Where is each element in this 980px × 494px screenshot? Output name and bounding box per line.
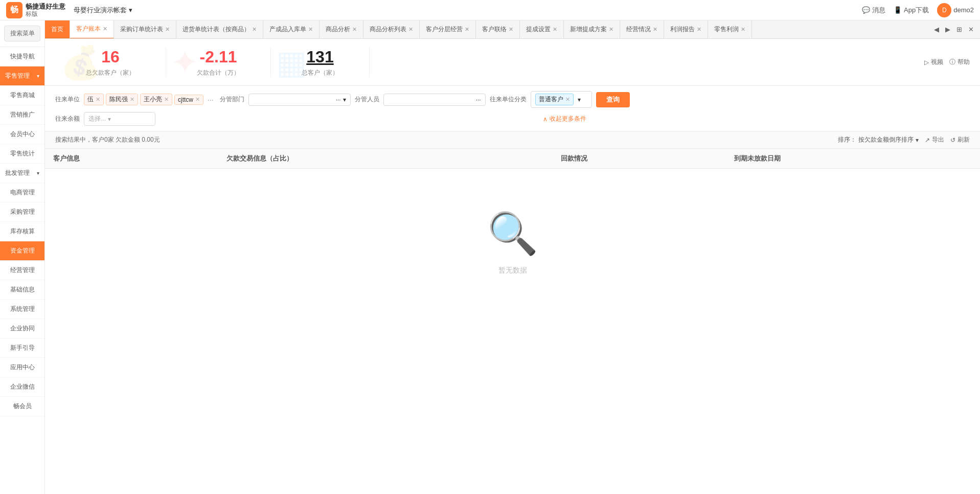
message-btn[interactable]: 💬 消息	[862, 6, 885, 15]
sidebar-item-label-16: 应用中心	[10, 364, 35, 371]
collapse-btn[interactable]: ∧ 收起更多条件	[543, 115, 586, 123]
sidebar-item-10[interactable]: 资金管理	[0, 241, 44, 261]
tab-label-12: 利润报告	[670, 25, 695, 34]
dept-ellipsis: ···	[336, 96, 341, 103]
dept-select[interactable]: ··· ▾	[248, 94, 351, 106]
person-ellipsis: ···	[476, 96, 481, 103]
unit-label: 往来单位	[55, 95, 80, 104]
tab-11[interactable]: 经营情况✕	[620, 20, 664, 39]
tab-close-1[interactable]: ✕	[103, 26, 107, 32]
video-label: 视频	[931, 58, 943, 66]
tab-prev-btn[interactable]: ◀	[932, 25, 941, 34]
sidebar-item-15[interactable]: 新手引导	[0, 339, 44, 358]
sidebar-item-4[interactable]: 会员中心	[0, 125, 44, 144]
tab-9[interactable]: 提成设置✕	[520, 20, 564, 39]
unit-type-select[interactable]: 普通客户 ✕ ▾	[531, 91, 592, 108]
sidebar-item-2[interactable]: 零售商城	[0, 86, 44, 105]
sidebar-item-0[interactable]: 快捷导航	[0, 47, 44, 66]
sidebar-item-5[interactable]: 零售统计	[0, 144, 44, 164]
sidebar-item-3[interactable]: 营销推广	[0, 105, 44, 125]
table-head: 客户信息 欠款交易信息（占比） 回款情况 到期未放款日期	[45, 149, 980, 169]
tab-close-3[interactable]: ✕	[252, 26, 257, 33]
unit-tag-chen[interactable]: 陈民强 ✕	[106, 94, 138, 105]
sidebar-item-11[interactable]: 经营管理	[0, 261, 44, 280]
unit-type-tag-close[interactable]: ✕	[565, 96, 570, 103]
tab-close-4[interactable]: ✕	[308, 26, 313, 33]
app-download-btn[interactable]: 📱 App下载	[894, 6, 929, 15]
unit-type-tag[interactable]: 普通客户 ✕	[535, 94, 574, 105]
tab-10[interactable]: 新增提成方案✕	[564, 20, 620, 39]
tab-close-all-btn[interactable]: ✕	[966, 25, 976, 34]
collapse-label: 收起更多条件	[550, 115, 586, 123]
tab-close-5[interactable]: ✕	[352, 26, 357, 33]
tab-12[interactable]: 利润报告✕	[664, 20, 708, 39]
unit-tag-more[interactable]: ···	[206, 95, 216, 105]
tab-close-9[interactable]: ✕	[553, 26, 557, 33]
search-menu-btn[interactable]: 搜索菜单	[4, 26, 40, 41]
unit-tag-cjttcw-close[interactable]: ✕	[195, 96, 200, 103]
tab-6[interactable]: 商品分析列表✕	[363, 20, 420, 39]
sidebar-item-label-2: 零售商城	[10, 92, 35, 99]
tab-close-2[interactable]: ✕	[165, 26, 170, 33]
col-overdue: 到期未放款日期	[726, 149, 980, 169]
balance-input[interactable]: 选择... ▾	[84, 112, 155, 126]
stats-right-controls: ▷ 视频 ⓘ 帮助	[924, 58, 970, 66]
sidebar-item-14[interactable]: 企业协同	[0, 319, 44, 339]
tab-0[interactable]: 首页	[45, 20, 70, 39]
tab-7[interactable]: 客户分层经营✕	[420, 20, 476, 39]
tab-close-12[interactable]: ✕	[697, 26, 701, 33]
dept-label: 分管部门	[220, 95, 244, 104]
tab-label-1: 客户账本	[76, 25, 101, 33]
person-select[interactable]: ···	[383, 94, 486, 106]
refresh-label: 刷新	[958, 136, 970, 144]
sidebar-item-7[interactable]: 电商管理	[0, 183, 44, 203]
sidebar-item-12[interactable]: 基础信息	[0, 280, 44, 300]
sidebar-item-13[interactable]: 系统管理	[0, 300, 44, 319]
sidebar-item-17[interactable]: 企业微信	[0, 377, 44, 397]
sidebar-item-16[interactable]: 应用中心	[0, 358, 44, 377]
unit-tag-wu-close[interactable]: ✕	[96, 96, 100, 103]
empty-icon: 🔍	[487, 210, 538, 258]
tab-13[interactable]: 零售利润✕	[708, 20, 752, 39]
tab-close-10[interactable]: ✕	[609, 26, 613, 33]
person-label: 分管人员	[355, 95, 379, 104]
tab-close-8[interactable]: ✕	[509, 26, 513, 33]
tab-8[interactable]: 客户联络✕	[476, 20, 520, 39]
tab-5[interactable]: 商品分析✕	[320, 20, 363, 39]
tab-close-7[interactable]: ✕	[465, 26, 469, 33]
table-header-row: 客户信息 欠款交易信息（占比） 回款情况 到期未放款日期	[45, 149, 980, 169]
tab-close-11[interactable]: ✕	[653, 26, 657, 33]
unit-tag-wang[interactable]: 王小亮 ✕	[140, 94, 172, 105]
unit-tag-wang-close[interactable]: ✕	[164, 96, 169, 103]
store-selector[interactable]: 母婴行业演示帐套 ▾	[70, 4, 136, 17]
sidebar-item-6[interactable]: 批发管理▾	[0, 164, 44, 183]
tab-3[interactable]: 进货单统计表（按商品）✕	[176, 20, 263, 39]
tab-next-btn[interactable]: ▶	[943, 25, 952, 34]
sidebar-item-1[interactable]: 零售管理▾	[0, 66, 44, 86]
user-menu[interactable]: D demo2	[937, 3, 974, 17]
unit-tag-wu[interactable]: 伍 ✕	[84, 94, 104, 105]
unit-tag-chen-close[interactable]: ✕	[130, 96, 134, 103]
store-name: 母婴行业演示帐套	[74, 6, 127, 15]
tab-label-7: 客户分层经营	[426, 25, 463, 34]
sidebar-item-9[interactable]: 库存核算	[0, 222, 44, 241]
collapse-icon: ∧	[543, 116, 548, 123]
tab-4[interactable]: 产成品入库单✕	[263, 20, 320, 39]
tab-expand-btn[interactable]: ⊞	[954, 25, 964, 34]
tab-close-6[interactable]: ✕	[408, 26, 413, 33]
help-btn[interactable]: ⓘ 帮助	[949, 58, 970, 66]
export-btn[interactable]: ↗ 导出	[925, 136, 944, 144]
video-btn[interactable]: ▷ 视频	[924, 58, 943, 66]
table-wrap: 客户信息 欠款交易信息（占比） 回款情况 到期未放款日期 🔍 暂无数据	[45, 149, 980, 494]
tab-close-13[interactable]: ✕	[741, 26, 745, 33]
sidebar-item-8[interactable]: 采购管理	[0, 203, 44, 222]
sidebar-item-18[interactable]: 畅会员	[0, 397, 44, 416]
query-button[interactable]: 查询	[596, 92, 630, 107]
play-icon: ▷	[924, 59, 929, 66]
tab-1[interactable]: 客户账本✕	[70, 20, 114, 39]
tab-2[interactable]: 采购订单统计表✕	[114, 20, 176, 39]
sort-select[interactable]: 排序： 按欠款金额倒序排序 ▾	[838, 136, 919, 144]
refresh-btn[interactable]: ↺ 刷新	[950, 136, 970, 144]
unit-tag-wang-text: 王小亮	[144, 95, 162, 104]
unit-tag-cjttcw[interactable]: cjttcw ✕	[174, 95, 203, 105]
